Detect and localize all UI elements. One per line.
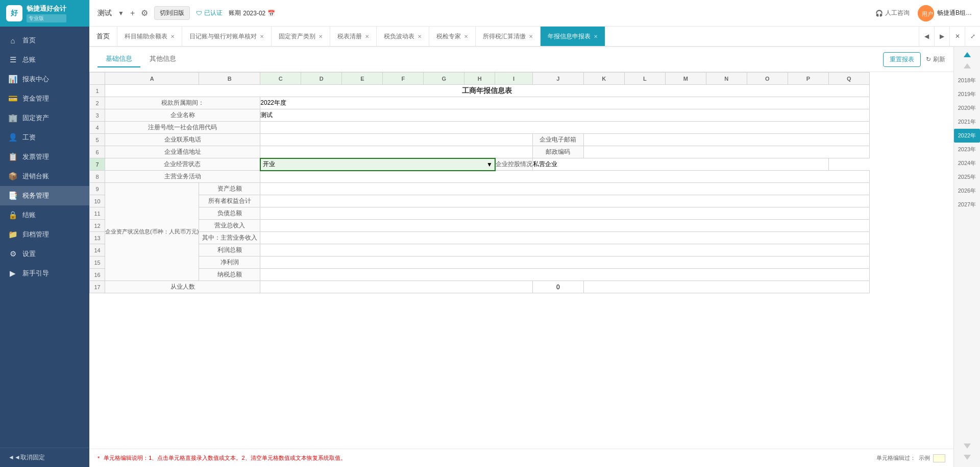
tab-nav-close[interactable]: ✕ [949, 27, 965, 46]
cell-2-value[interactable]: 2022年度 [260, 97, 870, 109]
tab-tax-table[interactable]: 税表清册 ✕ [330, 27, 377, 46]
cell-10-value[interactable] [260, 195, 870, 207]
sidebar-item-close[interactable]: 🔒结账 [0, 205, 89, 225]
year-item-2026[interactable]: 2026年 [954, 184, 980, 198]
sidebar-item-guide[interactable]: ▶新手引导 [0, 264, 89, 283]
year-item-2018[interactable]: 2018年 [954, 74, 980, 87]
year-nav-up[interactable] [957, 49, 977, 60]
tab-close-icon[interactable]: ✕ [170, 34, 175, 39]
cell-13-value[interactable] [260, 232, 870, 244]
tab-close-icon[interactable]: ✕ [529, 34, 533, 39]
dropdown-icon[interactable]: ▼ [118, 10, 124, 17]
cell-10-label[interactable]: 所有者权益合计 [199, 195, 260, 207]
sidebar-item-fund[interactable]: 💳资金管理 [0, 89, 89, 108]
year-item-2023[interactable]: 2023年 [954, 143, 980, 156]
cell-17-label[interactable]: 从业人数 [105, 281, 260, 293]
cell-6-postal-value[interactable] [583, 146, 869, 158]
tab-annual-report[interactable]: 年报信息申报表 ✕ [541, 27, 605, 46]
tab-home[interactable]: 首页 [89, 27, 117, 46]
year-nav-down[interactable] [957, 440, 977, 452]
cell-6-value[interactable] [260, 146, 533, 158]
cell-5-label[interactable]: 企业联系电话 [105, 134, 260, 146]
cell-5-email-value[interactable] [583, 134, 869, 146]
cell-12-label[interactable]: 营业总收入 [199, 220, 260, 232]
cancel-fixed-button[interactable]: ◄◄取消固定 [8, 453, 81, 462]
cell-7-label[interactable]: 企业经营状态 [105, 158, 260, 171]
service-button[interactable]: 🎧 人工咨询 [875, 9, 910, 17]
col-header-m[interactable]: M [665, 73, 706, 85]
col-header-j[interactable]: J [532, 73, 583, 85]
cell-6-postal-label[interactable]: 邮政编码 [532, 146, 583, 158]
year-item-2027[interactable]: 2027年 [954, 198, 980, 212]
tab-journal[interactable]: 日记账与银行对账单核对 ✕ [182, 27, 272, 46]
tab-tax-wave[interactable]: 税负波动表 ✕ [377, 27, 429, 46]
cell-9-value[interactable] [260, 183, 870, 195]
cell-5-value[interactable] [260, 134, 533, 146]
tab-nav-right[interactable]: ▶ [934, 27, 949, 46]
cell-17-value2[interactable]: 0 [532, 281, 583, 293]
calendar-icon[interactable]: 📅 [267, 10, 275, 17]
col-header-h[interactable]: H [464, 73, 495, 85]
cell-7-control-label[interactable]: 企业控股情况 [495, 158, 533, 171]
year-nav-down2[interactable] [957, 452, 977, 463]
sidebar-item-archive[interactable]: 📁归档管理 [0, 225, 89, 244]
cell-7-control-value[interactable]: 私营企业 [532, 158, 828, 171]
sidebar-item-payroll[interactable]: 👤工资 [0, 128, 89, 147]
col-header-c[interactable]: C [260, 73, 301, 85]
col-header-o[interactable]: O [747, 73, 788, 85]
cell-16-label[interactable]: 纳税总额 [199, 269, 260, 281]
col-header-i[interactable]: I [495, 73, 533, 85]
year-item-2021[interactable]: 2021年 [954, 115, 980, 129]
refresh-button[interactable]: ↻ 刷新 [926, 55, 945, 64]
settings-icon[interactable]: ⚙ [141, 8, 148, 18]
year-item-2024[interactable]: 2024年 [954, 156, 980, 170]
spreadsheet[interactable]: A B C D E F G H I J K L [89, 72, 953, 449]
col-header-b[interactable]: B [199, 73, 260, 85]
tab-other-info[interactable]: 其他信息 [141, 51, 184, 67]
cell-17-value1[interactable] [260, 281, 533, 293]
cell-14-label[interactable]: 利润总额 [199, 244, 260, 256]
title-cell[interactable]: 工商年报信息表 [105, 85, 870, 97]
reset-button[interactable]: 重置报表 [883, 52, 921, 67]
col-header-g[interactable]: G [424, 73, 464, 85]
user-menu[interactable]: 用户 畅捷通B组… [918, 5, 972, 21]
col-header-p[interactable]: P [788, 73, 828, 85]
tab-close-icon[interactable]: ✕ [318, 34, 323, 39]
sidebar-item-report[interactable]: 📊报表中心 [0, 69, 89, 89]
cell-5-email-label[interactable]: 企业电子邮箱 [532, 134, 583, 146]
tab-auxiliary[interactable]: 科目辅助余额表 ✕ [117, 27, 182, 46]
year-nav-up2[interactable] [957, 60, 977, 72]
tab-close-icon[interactable]: ✕ [260, 34, 264, 39]
cell-14-value[interactable] [260, 244, 870, 256]
cell-2-label[interactable]: 税款所属期间： [105, 97, 260, 109]
sidebar-item-assets[interactable]: 🏢固定资产 [0, 108, 89, 128]
cell-11-label[interactable]: 负债总额 [199, 207, 260, 220]
cell-6-label[interactable]: 企业通信地址 [105, 146, 260, 158]
cell-8-label[interactable]: 主营业务活动 [105, 171, 260, 183]
tab-basic-info[interactable]: 基础信息 [97, 51, 140, 67]
cell-13-label[interactable]: 其中：主营业务收入 [199, 232, 260, 244]
col-header-f[interactable]: F [383, 73, 424, 85]
sidebar-item-settings[interactable]: ⚙设置 [0, 244, 89, 264]
cell-15-value[interactable] [260, 256, 870, 269]
col-header-n[interactable]: N [706, 73, 747, 85]
cell-11-value[interactable] [260, 207, 870, 220]
tab-close-icon[interactable]: ✕ [464, 34, 468, 39]
sidebar-item-invoice[interactable]: 📋发票管理 [0, 147, 89, 167]
col-header-q[interactable]: Q [828, 73, 869, 85]
year-item-2020[interactable]: 2020年 [954, 101, 980, 115]
tab-close-icon[interactable]: ✕ [594, 34, 598, 39]
sidebar-item-tax[interactable]: 📑税务管理 [0, 186, 89, 205]
tab-tax-check[interactable]: 税检专家 ✕ [429, 27, 476, 46]
sidebar-item-inventory[interactable]: 📦进销台账 [0, 167, 89, 186]
year-item-2019[interactable]: 2019年 [954, 87, 980, 101]
cell-4-label[interactable]: 注册号/统一社会信用代码 [105, 122, 260, 134]
cell-16-value[interactable] [260, 269, 870, 281]
cell-15-label[interactable]: 净利润 [199, 256, 260, 269]
sidebar-item-ledger[interactable]: ☰总账 [0, 50, 89, 69]
add-icon[interactable]: + [130, 9, 135, 18]
cell-8-value[interactable] [260, 171, 870, 183]
cell-3-label[interactable]: 企业名称 [105, 109, 260, 122]
tab-close-icon[interactable]: ✕ [365, 34, 369, 39]
tab-fixed-assets[interactable]: 固定资产类别 ✕ [272, 27, 330, 46]
